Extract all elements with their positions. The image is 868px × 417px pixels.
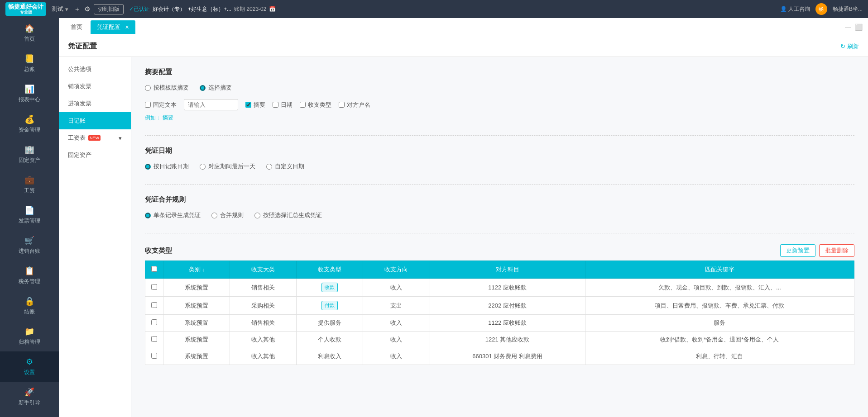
radio-custom-date-input[interactable] (266, 164, 272, 170)
row-checkbox-cell[interactable] (145, 279, 163, 297)
nav-journal[interactable]: 日记账 (59, 112, 131, 129)
checkbox-date[interactable]: 日期 (273, 101, 293, 109)
tag-certified: ✓已认证 (129, 5, 150, 13)
sidebar-label-archive: 归档管理 (19, 338, 40, 346)
update-preset-btn[interactable]: 更新预置 (780, 244, 815, 257)
nav-fixed-assets[interactable]: 固定资产 (59, 147, 131, 164)
radio-merge-input[interactable] (211, 213, 217, 218)
row-keyword: 欠款、现金、项目款、到款、报销款、汇入、... (585, 279, 854, 297)
row-checkbox-4[interactable] (151, 353, 157, 359)
date-checkbox[interactable] (273, 102, 278, 108)
row-checkbox-0[interactable] (151, 284, 157, 290)
fixed-text-checkbox[interactable] (145, 102, 151, 108)
radio-select[interactable]: 选择摘要 (200, 84, 232, 92)
fixed-text-input[interactable] (184, 99, 238, 110)
service-btn[interactable]: 👤 人工咨询 (780, 5, 810, 13)
row-category: 系统预置 (163, 315, 230, 332)
top-header: 畅捷通好会计 专业版 测试 ▾ ＋ ⚙ 切到旧版 ✓已认证 好会计（专） +好生… (0, 0, 868, 18)
nav-public[interactable]: 公共选项 (59, 61, 131, 78)
home-icon: 🏠 (24, 24, 34, 33)
sidebar-item-invoice[interactable]: 📄 发票管理 (0, 200, 59, 230)
sidebar-label-home: 首页 (24, 35, 35, 43)
row-checkbox-cell[interactable] (145, 297, 163, 315)
radio-journal-date[interactable]: 按日记账日期 (145, 162, 189, 171)
sidebar-item-settings[interactable]: ⚙ 设置 (0, 351, 59, 382)
row-big-type: 采购相关 (230, 297, 297, 315)
table-header: 类别 收支大类 收支类型 收支方向 (145, 261, 854, 279)
row-checkbox-1[interactable] (151, 302, 157, 308)
nav-sales-invoice[interactable]: 销项发票 (59, 78, 131, 95)
row-big-type: 销售相关 (230, 315, 297, 332)
tag-period: 账期 2023-02 (234, 5, 266, 13)
radio-custom-date[interactable]: 自定义日期 (266, 162, 304, 171)
sidebar-item-archive[interactable]: 📁 归档管理 (0, 321, 59, 351)
nav-payroll[interactable]: 工资表 NEW ▾ (59, 129, 131, 147)
add-icon[interactable]: ＋ (74, 5, 81, 14)
radio-single[interactable]: 单条记录生成凭证 (145, 211, 201, 219)
row-type: 付款 (297, 297, 363, 315)
tab-minimize-icon[interactable]: — (845, 24, 851, 31)
sidebar-item-tax[interactable]: 📋 税务管理 (0, 261, 59, 291)
logo-sub: 专业版 (20, 10, 32, 15)
sidebar-item-assets[interactable]: 🏢 固定资产 (0, 139, 59, 170)
row-checkbox-cell[interactable] (145, 348, 163, 365)
sidebar-label-guide: 新手引导 (19, 399, 40, 407)
type-checkbox[interactable] (300, 102, 306, 108)
radio-select-input[interactable] (200, 85, 206, 91)
row-checkbox-3[interactable] (151, 336, 157, 342)
radio-journal-date-input[interactable] (145, 164, 151, 170)
summary-checkbox[interactable] (245, 102, 251, 108)
sidebar-item-member[interactable]: 👑 畅会员 (0, 412, 59, 417)
row-category: 系统预置 (163, 348, 230, 365)
radio-period-last-input[interactable] (200, 164, 206, 170)
sidebar-label-settings: 设置 (24, 369, 35, 376)
assets-icon: 🏢 (24, 145, 34, 155)
radio-template-input[interactable] (145, 85, 151, 91)
radio-merge[interactable]: 合并规则 (211, 211, 244, 219)
sidebar-item-salary[interactable]: 💼 工资 (0, 170, 59, 200)
counterpart-checkbox[interactable] (339, 102, 345, 108)
nav-purchase-invoice[interactable]: 进项发票 (59, 95, 131, 112)
gear-icon[interactable]: ⚙ (84, 5, 90, 13)
sidebar-item-close[interactable]: 🔒 结账 (0, 291, 59, 321)
row-checkbox-2[interactable] (151, 319, 157, 325)
checkbox-fixed-text[interactable]: 固定文本 (145, 101, 177, 109)
sidebar-item-fund[interactable]: 💰 资金管理 (0, 109, 59, 139)
tab-maximize-icon[interactable]: ⬜ (855, 24, 863, 31)
sidebar-label-close: 结账 (24, 308, 35, 316)
radio-select-total[interactable]: 按照选择汇总生成凭证 (254, 211, 322, 219)
switch-old-btn[interactable]: 切到旧版 (94, 4, 124, 14)
checkbox-counterpart[interactable]: 对方户名 (339, 101, 370, 109)
radio-period-last[interactable]: 对应期间最后一天 (200, 162, 255, 171)
sidebar-item-home[interactable]: 🏠 首页 (0, 18, 59, 48)
page-title: 凭证配置 (68, 42, 97, 51)
row-checkbox-cell[interactable] (145, 332, 163, 348)
tab-voucher-config[interactable]: 凭证配置 ✕ (91, 20, 135, 34)
checkbox-type[interactable]: 收支类型 (300, 101, 331, 109)
batch-delete-btn[interactable]: 批量删除 (819, 244, 854, 257)
th-checkbox[interactable] (145, 261, 163, 279)
merge-rules-section: 凭证合并规则 单条记录生成凭证 合并规则 (145, 195, 854, 219)
sidebar-item-report[interactable]: 📊 报表中心 (0, 79, 59, 109)
row-checkbox-cell[interactable] (145, 315, 163, 332)
select-all-checkbox[interactable] (151, 266, 157, 272)
radio-template[interactable]: 按模板版摘要 (145, 84, 189, 92)
tab-close-icon[interactable]: ✕ (125, 24, 129, 30)
refresh-btn[interactable]: ↻ 刷新 (840, 43, 859, 51)
calendar-icon[interactable]: 📅 (269, 6, 276, 12)
radio-single-input[interactable] (145, 213, 151, 218)
row-account: 1221 其他应收款 (430, 332, 585, 348)
table-row: 系统预置 销售相关 提供服务 收入 1122 应收账款 服务 (145, 315, 854, 332)
main-content: 首页 凭证配置 ✕ — ⬜ 凭证配置 ↻ 刷新 (59, 18, 868, 417)
invoice-icon: 📄 (24, 205, 34, 215)
summary-config-title: 摘要配置 (145, 68, 854, 76)
th-category[interactable]: 类别 (163, 261, 230, 279)
sidebar-item-purchase[interactable]: 🛒 进销台账 (0, 230, 59, 261)
radio-select-total-input[interactable] (254, 213, 260, 218)
sidebar-item-guide[interactable]: 🚀 新手引导 (0, 382, 59, 412)
dropdown-icon[interactable]: ▾ (65, 6, 68, 13)
sidebar-item-ledger[interactable]: 📒 总账 (0, 48, 59, 79)
checkbox-summary[interactable]: 摘要 (245, 101, 265, 109)
tab-home[interactable]: 首页 (64, 20, 89, 34)
sidebar-label-tax: 税务管理 (19, 278, 40, 285)
